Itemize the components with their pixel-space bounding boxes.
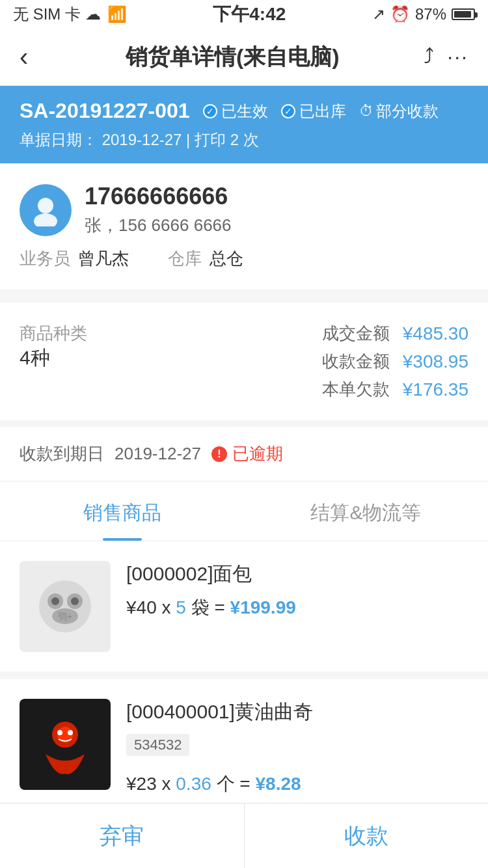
status-right: ↗ ⏰ 87% <box>372 5 475 23</box>
svg-point-0 <box>38 198 53 213</box>
export-button[interactable]: ⤴ <box>424 45 434 69</box>
customer-info: 17666666666 张，156 6666 6666 <box>85 183 232 237</box>
tab-products-label: 销售商品 <box>83 502 161 523</box>
alarm-icon: ⏰ <box>390 5 410 23</box>
nav-bar: ‹ 销货单详情(来自电脑) ⤴ ··· <box>0 29 488 86</box>
status-active-label: 已生效 <box>221 101 268 122</box>
product-price-row-1: ¥40 x 5 袋 = ¥199.99 <box>126 595 468 620</box>
received-row: 收款金额 ¥308.95 <box>322 350 468 373</box>
salesperson-item: 业务员 曾凡杰 <box>20 247 129 270</box>
clock-icon: ⏱ <box>359 103 373 120</box>
customer-phone: 17666666666 <box>85 183 232 210</box>
product-name-1: [0000002]面包 <box>126 561 468 588</box>
bottom-bar: 弃审 收款 <box>0 803 488 868</box>
product-price-row-2: ¥23 x 0.36 个 = ¥8.28 <box>126 772 468 796</box>
product-image-2 <box>20 699 111 790</box>
product-card-2: [000400001]黄油曲奇 534532 ¥23 x 0.36 个 = ¥8… <box>0 679 488 816</box>
status-partial-label: 部分收款 <box>376 101 439 122</box>
print-sep: | 打印 <box>186 131 230 148</box>
amount-value: ¥485.30 <box>403 323 468 344</box>
amount-label: 成交金额 <box>322 322 390 345</box>
category-count: 4种 <box>20 345 87 372</box>
svg-point-13 <box>68 730 73 735</box>
svg-text:鸮+: 鸮+ <box>58 611 72 621</box>
due-label: 收款到期日 <box>20 442 104 465</box>
divider-1 <box>0 296 488 303</box>
battery-label: 87% <box>415 5 446 23</box>
stats-left: 商品种类 4种 <box>20 322 87 372</box>
product-price-1: ¥40 <box>126 597 157 617</box>
warehouse-value: 总仓 <box>210 247 243 270</box>
product-qty-1: 5 <box>176 597 186 617</box>
product-eq-1: = <box>214 597 230 617</box>
overdue-label: 已逾期 <box>232 442 283 465</box>
product-x-2: x <box>162 774 176 794</box>
wifi-icon: 📶 <box>107 5 127 23</box>
product-qty-2: 0.36 <box>176 774 211 794</box>
salesperson-label: 业务员 <box>20 247 70 270</box>
received-value: ¥308.95 <box>403 351 468 372</box>
overdue-badge: ! 已逾期 <box>211 442 283 465</box>
status-partial: ⏱ 部分收款 <box>359 101 439 122</box>
salesperson-value: 曾凡杰 <box>78 247 129 270</box>
stats-right: 成交金额 ¥485.30 收款金额 ¥308.95 本单欠款 ¥176.35 <box>322 322 468 401</box>
tabs-section: 销售商品 结算&物流等 <box>0 481 488 541</box>
order-header: SA-20191227-001 ✓ 已生效 ✓ 已出库 ⏱ 部分收款 单据日期：… <box>0 86 488 163</box>
svg-point-2 <box>39 580 91 632</box>
date-label: 单据日期： <box>20 131 98 148</box>
cancel-button[interactable]: 弃审 <box>0 804 244 868</box>
sim-label: 无 SIM 卡 ☁ <box>13 4 101 25</box>
product-unit-1: 袋 <box>191 597 210 617</box>
status-shipped: ✓ 已出库 <box>281 101 346 122</box>
svg-point-12 <box>57 730 62 735</box>
overdue-icon: ! <box>211 446 227 462</box>
order-id: SA-20191227-001 <box>20 99 190 123</box>
customer-section: 17666666666 张，156 6666 6666 业务员 曾凡杰 仓库 总… <box>0 163 488 290</box>
category-label: 商品种类 <box>20 322 87 345</box>
product-info-1: [0000002]面包 ¥40 x 5 袋 = ¥199.99 <box>126 561 468 620</box>
more-button[interactable]: ··· <box>447 45 468 69</box>
back-button[interactable]: ‹ <box>20 42 41 72</box>
product-image-1: 鸮+ <box>20 561 111 652</box>
location-icon: ↗ <box>372 5 385 23</box>
customer-row: 17666666666 张，156 6666 6666 <box>20 183 468 237</box>
svg-point-1 <box>34 213 57 226</box>
warehouse-label: 仓库 <box>168 247 202 270</box>
nav-actions: ⤴ ··· <box>424 45 468 69</box>
debt-label: 本单欠款 <box>322 378 390 401</box>
product-x-1: x <box>162 597 176 617</box>
confirm-button[interactable]: 收款 <box>244 804 489 868</box>
battery-icon <box>452 8 475 20</box>
stats-section: 商品种类 4种 成交金额 ¥485.30 收款金额 ¥308.95 本单欠款 ¥… <box>0 303 488 420</box>
svg-point-5 <box>51 597 59 605</box>
status-bar: 无 SIM 卡 ☁ 📶 下午4:42 ↗ ⏰ 87% <box>0 0 488 29</box>
product-total-1: ¥199.99 <box>230 597 296 617</box>
tab-settlement[interactable]: 结算&物流等 <box>244 481 488 541</box>
customer-meta: 业务员 曾凡杰 仓库 总仓 <box>20 247 468 270</box>
check-icon-2: ✓ <box>281 104 295 118</box>
status-active: ✓ 已生效 <box>203 101 268 122</box>
check-icon-1: ✓ <box>203 104 217 118</box>
debt-value: ¥176.35 <box>403 379 468 400</box>
product-name-2: [000400001]黄油曲奇 <box>126 699 468 726</box>
status-left: 无 SIM 卡 ☁ 📶 <box>13 4 127 25</box>
customer-name: 张，156 6666 6666 <box>85 214 232 237</box>
due-section: 收款到期日 2019-12-27 ! 已逾期 <box>0 427 488 481</box>
status-shipped-label: 已出库 <box>299 101 346 122</box>
due-date: 2019-12-27 <box>115 444 201 464</box>
product-info-2: [000400001]黄油曲奇 534532 ¥23 x 0.36 个 = ¥8… <box>126 699 468 796</box>
product-card-1: 鸮+ [0000002]面包 ¥40 x 5 袋 = ¥199.99 <box>0 541 488 671</box>
tab-settlement-label: 结算&物流等 <box>310 502 421 523</box>
product-price-2: ¥23 <box>126 774 157 794</box>
order-date: 2019-12-27 <box>102 131 182 148</box>
debt-row: 本单欠款 ¥176.35 <box>322 378 468 401</box>
page-title: 销货单详情(来自电脑) <box>41 42 424 72</box>
svg-point-6 <box>71 597 79 605</box>
amount-row: 成交金额 ¥485.30 <box>322 322 468 345</box>
warehouse-item: 仓库 总仓 <box>168 247 243 270</box>
received-label: 收款金额 <box>322 350 390 373</box>
print-count: 2 <box>230 131 239 148</box>
tab-products[interactable]: 销售商品 <box>0 481 244 541</box>
product-unit-2: 个 <box>217 774 235 794</box>
order-date-line: 单据日期： 2019-12-27 | 打印 2 次 <box>20 129 468 150</box>
